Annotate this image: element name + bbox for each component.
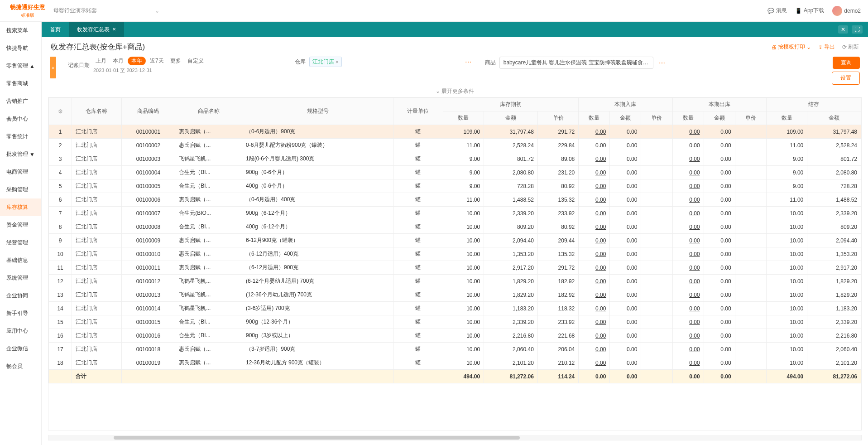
col-end: 结存	[766, 98, 861, 111]
col-unit: 计量单位	[393, 98, 443, 125]
page-title: 收发存汇总表(按仓库+商品)	[51, 42, 145, 52]
sidebar-item-12[interactable]: 经营管理	[0, 234, 41, 252]
user-menu[interactable]: demo2	[832, 6, 861, 16]
filters-collapse-toggle[interactable]: »	[50, 57, 56, 78]
date-label: 记账日期	[68, 62, 90, 69]
table-row[interactable]: 6江北门店00100006惠氏启赋（...（0-6月适用）400克罐11.001…	[49, 193, 861, 207]
col-name: 商品名称	[175, 98, 242, 125]
warehouse-chip[interactable]: 江北门店 ×	[309, 57, 342, 67]
col-code: 商品编码	[121, 98, 175, 125]
table-row[interactable]: 8江北门店00100008合生元（BI...400g（6-12个月）罐10.00…	[49, 220, 861, 234]
table-row[interactable]: 15江北门店00100015合生元（BI...900g（12-36个月）罐10.…	[49, 315, 861, 329]
topbar: 畅捷通好生意 标准版 母婴行业演示账套 ⌄ 💬 消息 📱 App下载 demo2	[0, 0, 868, 22]
table-row[interactable]: 11江北门店00100011惠氏启赋（...（6-12月适用）900克罐10.0…	[49, 261, 861, 275]
sidebar-item-5[interactable]: 会员中心	[0, 110, 41, 128]
col-in: 本期入库	[579, 98, 672, 111]
sidebar-item-2[interactable]: 零售管理▲	[0, 57, 41, 75]
chevron-down-icon: ⌄	[806, 44, 811, 50]
close-icon[interactable]: ✕	[112, 22, 116, 37]
date-opt[interactable]: 近7天	[148, 57, 166, 65]
product-picker-icon[interactable]: ⋯	[657, 59, 667, 67]
table-row[interactable]: 18江北门店00100019惠氏启赋（...12-36月幼儿配方 900克（罐装…	[49, 356, 861, 370]
sidebar-item-18[interactable]: 企业微信	[0, 340, 41, 358]
table-row[interactable]: 7江北门店00100007合生元(BIO...900g（6-12个月）罐10.0…	[49, 207, 861, 220]
table-row[interactable]: 4江北门店00100004合生元（BI...900g（0-6个月）罐9.002,…	[49, 166, 861, 179]
chevron-icon: ▼	[29, 151, 35, 158]
data-table-container[interactable]: ⚙ 仓库名称 商品编码 商品名称 规格型号 计量单位 库存期初 本期入库 本期出…	[48, 97, 862, 430]
export-button[interactable]: ⇪ 导出	[818, 43, 835, 51]
avatar	[832, 6, 842, 16]
date-range: 2023-01-01 至 2023-12-31	[93, 67, 152, 74]
product-input[interactable]: babycare儿童餐具 婴儿注水保温碗 宝宝防摔碗吸盘碗辅食碗勺套装 雀湖绿 …	[499, 57, 653, 69]
tab-expand[interactable]: ⛶	[852, 25, 863, 34]
sidebar-item-10[interactable]: 库存核算	[0, 198, 41, 216]
sidebar-item-11[interactable]: 资金管理	[0, 216, 41, 234]
sidebar: 搜索菜单快捷导航零售管理▲零售商城营销推广会员中心零售统计批发管理▼电商管理采购…	[0, 22, 42, 445]
sidebar-item-0[interactable]: 搜索菜单	[0, 22, 41, 39]
col-warehouse: 仓库名称	[72, 98, 122, 125]
page-header: 收发存汇总表(按仓库+商品) 🖨 按模板打印 ⌄ ⇪ 导出 ⟳	[42, 37, 868, 54]
table-row[interactable]: 10江北门店00100010惠氏启赋（...（6-12月适用）400克罐10.0…	[49, 247, 861, 261]
filters: » 记账日期 上月本月本年近7天更多自定义 2023-01-01 至 2023-…	[42, 54, 868, 86]
expand-conditions[interactable]: ⌄ 展开更多条件	[42, 86, 868, 97]
chevron-down-icon: ⌄	[436, 88, 440, 94]
sidebar-item-14[interactable]: 系统管理	[0, 269, 41, 287]
table-row[interactable]: 9江北门店00100009惠氏启赋（...6-12月900克（罐装）罐10.00…	[49, 234, 861, 247]
date-opt[interactable]: 上月	[93, 57, 109, 65]
print-button[interactable]: 🖨 按模板打印 ⌄	[771, 43, 811, 51]
app-download-link[interactable]: 📱 App下载	[795, 7, 824, 15]
tab-1[interactable]: 收发存汇总表✕	[69, 22, 124, 37]
table-row[interactable]: 3江北门店00100003飞鹤星飞帆...1段(0-6个月婴儿适用) 300克罐…	[49, 152, 861, 166]
sidebar-item-1[interactable]: 快捷导航	[0, 39, 41, 57]
tabs: 首页收发存汇总表✕ ✕ ⛶	[42, 22, 868, 37]
printer-icon: 🖨	[771, 44, 777, 50]
data-table: ⚙ 仓库名称 商品编码 商品名称 规格型号 计量单位 库存期初 本期入库 本期出…	[48, 97, 861, 383]
warehouse-picker-icon[interactable]: ⋯	[463, 58, 473, 66]
table-row[interactable]: 17江北门店00100018惠氏启赋（...（3-7岁适用）900克罐10.00…	[49, 343, 861, 356]
date-opt[interactable]: 更多	[168, 57, 183, 65]
h-scrollbar[interactable]	[48, 435, 862, 440]
col-begin: 库存期初	[443, 98, 579, 111]
mobile-icon: 📱	[795, 8, 802, 14]
table-row[interactable]: 5江北门店00100005合生元（BI...400g（0-6个月）罐9.0072…	[49, 179, 861, 193]
date-opt[interactable]: 本年	[128, 57, 146, 65]
tab-0[interactable]: 首页	[42, 22, 69, 37]
product-label: 商品	[485, 59, 496, 67]
table-row[interactable]: 12江北门店00100012飞鹤星飞帆...(6-12个月婴幼儿适用) 700克…	[49, 275, 861, 288]
table-row[interactable]: 16江北门店00100016合生元（BI...900g（3岁或以上）罐10.00…	[49, 329, 861, 343]
sidebar-item-3[interactable]: 零售商城	[0, 75, 41, 92]
sidebar-item-7[interactable]: 批发管理▼	[0, 145, 41, 163]
sidebar-item-4[interactable]: 营销推广	[0, 92, 41, 110]
org-selector[interactable]: 母婴行业演示账套 ⌄	[53, 7, 762, 15]
top-actions: 💬 消息 📱 App下载 demo2	[767, 6, 861, 16]
date-opt[interactable]: 自定义	[185, 57, 206, 65]
table-row[interactable]: 13江北门店00100013飞鹤星飞帆...(12-36个月幼儿适用) 700克…	[49, 288, 861, 302]
sidebar-item-17[interactable]: 应用中心	[0, 322, 41, 340]
sidebar-item-16[interactable]: 新手引导	[0, 305, 41, 322]
table-row[interactable]: 2江北门店00100002惠氏启赋（...0-6月婴儿配方奶粉900克（罐装）罐…	[49, 139, 861, 152]
tab-close-all[interactable]: ✕	[838, 25, 848, 34]
logo: 畅捷通好生意 标准版	[7, 2, 48, 19]
table-row[interactable]: 14江北门店00100014飞鹤星飞帆...(3-6岁适用) 700克罐10.0…	[49, 302, 861, 315]
export-icon: ⇪	[818, 44, 823, 50]
refresh-icon: ⟳	[842, 44, 847, 50]
sidebar-item-9[interactable]: 采购管理	[0, 181, 41, 198]
chip-remove-icon[interactable]: ×	[336, 59, 339, 65]
col-spec: 规格型号	[242, 98, 393, 125]
messages-link[interactable]: 💬 消息	[767, 7, 787, 15]
sidebar-item-19[interactable]: 畅会员	[0, 358, 41, 375]
date-opt[interactable]: 本月	[110, 57, 126, 65]
refresh-button[interactable]: ⟳ 刷新	[842, 43, 859, 51]
sidebar-item-8[interactable]: 电商管理	[0, 163, 41, 181]
date-options: 上月本月本年近7天更多自定义	[93, 57, 206, 65]
sidebar-item-13[interactable]: 基础信息	[0, 252, 41, 269]
query-button[interactable]: 查询	[833, 57, 860, 69]
gear-icon[interactable]: ⚙	[58, 108, 63, 115]
col-out: 本期出库	[672, 98, 766, 111]
warehouse-label: 仓库	[295, 58, 306, 66]
sidebar-item-15[interactable]: 企业协同	[0, 287, 41, 305]
chevron-down-icon: ⌄	[155, 8, 159, 14]
settings-button[interactable]: 设置	[832, 72, 860, 85]
sidebar-item-6[interactable]: 零售统计	[0, 128, 41, 145]
table-row[interactable]: 1江北门店00100001惠氏启赋（...（0-6月适用）900克罐109.00…	[49, 125, 861, 139]
